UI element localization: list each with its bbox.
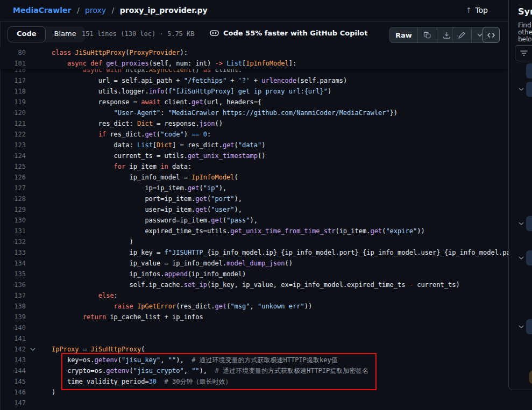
code-line: 135 ip_infos.append(ip_info_model) xyxy=(0,269,508,279)
gutter xyxy=(26,193,52,204)
code-text: current_ts = utils.get_unix_timestamp() xyxy=(52,150,265,161)
line-number[interactable]: 129 xyxy=(0,204,26,215)
line-number[interactable]: 118 xyxy=(0,86,26,97)
line-number[interactable]: 128 xyxy=(0,193,26,204)
line-number[interactable]: 135 xyxy=(0,269,26,279)
code-text: raise IpGetError(res_dict.get("msg", "un… xyxy=(52,301,312,312)
tab-blame[interactable]: Blame xyxy=(46,26,85,42)
line-number[interactable]: 131 xyxy=(0,226,26,236)
code-symbols-icon xyxy=(487,32,495,38)
code-text: return ip_cache_list + ip_infos xyxy=(52,312,203,322)
symbol-item[interactable] xyxy=(526,319,532,334)
line-number[interactable]: 130 xyxy=(0,215,26,226)
code-text: response = await client.get(url, headers… xyxy=(52,97,261,107)
up-arrow-icon: ↑ xyxy=(466,6,472,15)
code-blame-switcher: Code Blame xyxy=(8,26,85,42)
line-number[interactable]: 140 xyxy=(0,322,26,333)
gutter xyxy=(26,355,52,365)
line-number[interactable]: 144 xyxy=(0,365,26,376)
edit-file-button[interactable] xyxy=(452,27,471,42)
code-line: 143 key=os.getenv("jisu_key", ""), # 通过环… xyxy=(0,355,508,365)
code-line: 141 xyxy=(0,333,508,344)
symbol-item[interactable] xyxy=(526,216,532,231)
line-number[interactable]: 147 xyxy=(0,398,26,408)
line-number[interactable]: 120 xyxy=(0,107,26,118)
back-to-top-button[interactable]: ↑Top xyxy=(466,6,488,15)
line-number[interactable]: 138 xyxy=(0,301,26,312)
gutter xyxy=(26,140,52,150)
code-text: ip=ip_item.get("ip"), xyxy=(52,183,226,193)
line-number[interactable]: 139 xyxy=(0,312,26,322)
chevron-down-icon[interactable] xyxy=(519,88,524,91)
code-line: 146) xyxy=(0,387,508,398)
code-text: self.ip_cache.set_ip(ip_key, ip_value, e… xyxy=(52,279,460,290)
code-line: 138 raise IpGetError(res_dict.get("msg",… xyxy=(0,301,508,312)
line-number[interactable]: 101 xyxy=(0,58,26,69)
gutter xyxy=(26,301,52,312)
code-text: time_validity_period=30 # 30分钟（最长时效） xyxy=(52,376,231,387)
gutter xyxy=(26,204,52,215)
code-text: class JiSuHttpProxy(ProxyProvider): xyxy=(52,47,188,58)
line-number[interactable]: 121 xyxy=(0,118,26,129)
file-meta-info: 151 lines (130 loc) · 5.75 KB xyxy=(82,30,195,38)
collapse-chevron-icon[interactable] xyxy=(26,344,52,355)
code-text: crypto=os.getenv("jisu_crypto", ""), # 通… xyxy=(52,365,368,376)
code-line: 118 utils.logger.info(f"[JiSuHttpProxy] … xyxy=(0,86,508,97)
chevron-down-icon[interactable] xyxy=(519,256,524,260)
line-number[interactable]: 125 xyxy=(0,161,26,172)
code-line: 122 if res_dict.get("code") == 0: xyxy=(0,129,508,140)
code-text: url = self.api_path + "/fetchips" + '?' … xyxy=(52,75,347,86)
line-number[interactable]: 123 xyxy=(0,140,26,150)
gutter xyxy=(26,279,52,290)
line-number[interactable]: 80 xyxy=(0,47,26,58)
line-number[interactable]: 132 xyxy=(0,236,26,247)
symbol-item[interactable] xyxy=(526,82,532,97)
chevron-down-icon[interactable] xyxy=(519,222,524,225)
symbols-filter-button[interactable] xyxy=(515,45,532,61)
gutter xyxy=(26,258,52,269)
symbols-panel-description: Find other below xyxy=(518,22,532,43)
code-text: ip_infos.append(ip_info_model) xyxy=(52,269,246,279)
gutter xyxy=(26,183,52,193)
line-number[interactable]: 141 xyxy=(0,333,26,344)
code-text: for ip_item in data: xyxy=(52,161,191,172)
raw-button[interactable]: Raw xyxy=(390,27,417,42)
chevron-down-icon[interactable] xyxy=(519,325,524,328)
code-text: expired_time_ts=utils.get_unix_time_from… xyxy=(52,226,425,236)
line-number[interactable]: 146 xyxy=(0,387,26,398)
line-number[interactable]: 117 xyxy=(0,75,26,86)
code-line: 121 res_dict: Dict = response.json() xyxy=(0,118,508,129)
gutter xyxy=(26,333,52,344)
gutter xyxy=(26,58,52,69)
copy-raw-button[interactable] xyxy=(417,27,437,42)
code-line: 144 crypto=os.getenv("jisu_crypto", ""),… xyxy=(0,365,508,376)
code-text: ) xyxy=(52,387,55,398)
gutter xyxy=(26,290,52,301)
line-number[interactable]: 136 xyxy=(0,279,26,290)
symbol-item[interactable] xyxy=(526,63,532,78)
code-line: 147 xyxy=(0,398,508,408)
code-line: 145 time_validity_period=30 # 30分钟（最长时效） xyxy=(0,376,508,387)
symbols-toggle-button[interactable] xyxy=(483,27,500,43)
symbol-item-highlighted[interactable] xyxy=(529,371,532,384)
gutter xyxy=(26,161,52,172)
tab-code[interactable]: Code xyxy=(8,26,46,42)
line-number[interactable]: 133 xyxy=(0,247,26,258)
line-number[interactable]: 122 xyxy=(0,129,26,140)
breadcrumb-repo-link[interactable]: MediaCrawler xyxy=(13,6,71,15)
line-number[interactable]: 145 xyxy=(0,376,26,387)
file-toolbar: Code Blame 151 lines (130 loc) · 5.75 KB… xyxy=(0,21,508,47)
line-number[interactable]: 127 xyxy=(0,183,26,193)
line-number[interactable]: 124 xyxy=(0,150,26,161)
breadcrumb-folder-link[interactable]: proxy xyxy=(85,6,106,15)
symbol-item[interactable] xyxy=(526,250,532,265)
code-line: 119 response = await client.get(url, hea… xyxy=(0,97,508,107)
code-line: 80class JiSuHttpProxy(ProxyProvider): xyxy=(0,47,508,58)
line-number[interactable]: 134 xyxy=(0,258,26,269)
line-number[interactable]: 137 xyxy=(0,290,26,301)
line-number[interactable]: 119 xyxy=(0,97,26,107)
line-number[interactable]: 142 xyxy=(0,344,26,355)
line-number[interactable]: 143 xyxy=(0,355,26,365)
code-text: ) xyxy=(52,236,133,247)
line-number[interactable]: 126 xyxy=(0,172,26,183)
